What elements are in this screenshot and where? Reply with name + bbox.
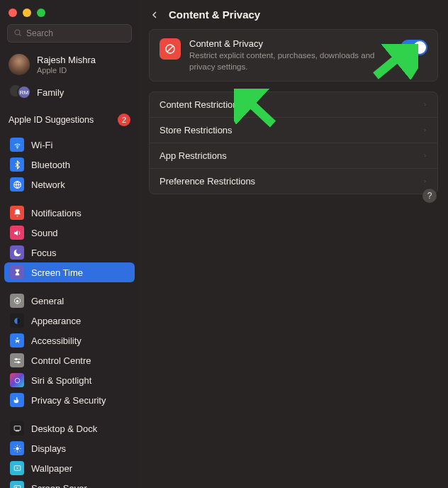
- row-content-restrictions[interactable]: Content Restrictions: [150, 92, 437, 118]
- chevron-right-icon: [422, 101, 427, 109]
- svg-rect-26: [15, 487, 16, 488]
- sidebar-item-label: Sound: [31, 228, 58, 238]
- back-button[interactable]: [149, 9, 160, 21]
- speaker-icon: [10, 226, 24, 240]
- gear-icon: [10, 294, 24, 308]
- panel-description: Restrict explicit content, purchases, do…: [189, 50, 392, 72]
- sidebar-item-displays[interactable]: Displays: [4, 438, 135, 458]
- row-label: App Restrictions: [159, 150, 227, 161]
- sidebar-item-screensaver[interactable]: Screen Saver: [4, 478, 135, 488]
- sliders-icon: [10, 353, 24, 367]
- svg-line-22: [19, 445, 20, 446]
- sidebar-item-label: Bluetooth: [31, 160, 70, 170]
- sidebar-item-bluetooth[interactable]: Bluetooth: [4, 155, 135, 174]
- svg-point-6: [16, 337, 18, 338]
- svg-line-21: [14, 450, 15, 451]
- sidebar-item-label: Notifications: [31, 208, 82, 218]
- account-name: Rajesh Mishra: [37, 55, 96, 66]
- hand-icon: [10, 393, 24, 407]
- search-input[interactable]: [26, 28, 125, 38]
- sidebar-item-label: Wi-Fi: [31, 140, 52, 150]
- suggestions-badge: 2: [118, 113, 130, 126]
- sidebar-item-desktop[interactable]: Desktop & Dock: [4, 418, 135, 438]
- sidebar-item-siri[interactable]: Siri & Spotlight: [4, 370, 135, 390]
- svg-point-4: [16, 299, 18, 301]
- sidebar-item-wallpaper[interactable]: Wallpaper: [4, 458, 135, 478]
- accessibility-icon: [10, 333, 24, 348]
- search-icon: [13, 27, 22, 40]
- chevron-right-icon: [422, 126, 427, 134]
- row-store-restrictions[interactable]: Store Restrictions: [150, 118, 437, 143]
- wifi-icon: [10, 138, 24, 152]
- svg-line-20: [19, 450, 20, 451]
- avatar: [9, 54, 30, 75]
- row-label: Store Restrictions: [159, 125, 233, 135]
- title-bar: Content & Privacy: [149, 9, 438, 29]
- window-controls: [0, 6, 139, 24]
- moon-icon: [10, 245, 24, 260]
- sidebar-item-focus[interactable]: Focus: [4, 243, 135, 262]
- bell-icon: [10, 206, 24, 220]
- panel-title: Content & Privacy: [189, 38, 392, 49]
- family-avatars: RM: [9, 84, 30, 101]
- hourglass-icon: [10, 265, 24, 279]
- sidebar-item-label: Control Centre: [31, 355, 91, 366]
- row-preference-restrictions[interactable]: Preference Restrictions: [150, 169, 437, 194]
- row-app-restrictions[interactable]: App Restrictions: [150, 143, 437, 169]
- family-row[interactable]: RM Family: [0, 79, 139, 108]
- apple-id-row[interactable]: Rajesh Mishra Apple ID: [0, 50, 139, 79]
- main-content: Content & Privacy Content & Privacy Rest…: [139, 0, 448, 488]
- page-title: Content & Privacy: [169, 9, 260, 21]
- suggestions-row[interactable]: Apple ID Suggestions 2: [0, 108, 139, 131]
- globe-icon: [10, 177, 24, 192]
- zoom-window-button[interactable]: [37, 9, 45, 17]
- nav-group-network: Wi-Fi Bluetooth Network: [0, 131, 139, 199]
- sidebar-item-label: Screen Time: [31, 267, 83, 278]
- sidebar-item-screentime[interactable]: Screen Time: [4, 262, 135, 282]
- sidebar-item-controlcentre[interactable]: Control Centre: [4, 350, 135, 370]
- sidebar-item-network[interactable]: Network: [4, 174, 135, 194]
- row-label: Preference Restrictions: [159, 176, 255, 187]
- sidebar-item-general[interactable]: General: [4, 291, 135, 311]
- sidebar-item-label: Siri & Spotlight: [31, 375, 91, 386]
- sidebar-item-label: Focus: [31, 248, 56, 258]
- dock-icon: [10, 421, 24, 436]
- svg-point-24: [16, 467, 18, 468]
- sidebar-item-label: Privacy & Security: [31, 395, 106, 406]
- svg-line-1: [19, 34, 21, 35]
- svg-line-19: [14, 445, 15, 446]
- account-subtitle: Apple ID: [37, 66, 96, 74]
- sidebar-item-sound[interactable]: Sound: [4, 223, 135, 243]
- svg-rect-12: [14, 426, 21, 430]
- sidebar-item-privacy[interactable]: Privacy & Security: [4, 390, 135, 410]
- chevron-right-icon: [422, 152, 427, 160]
- svg-point-14: [16, 447, 18, 450]
- svg-rect-13: [15, 431, 18, 431]
- no-entry-icon: [159, 38, 181, 60]
- content-privacy-toggle[interactable]: [401, 40, 427, 55]
- svg-rect-25: [14, 485, 21, 488]
- sidebar-item-appearance[interactable]: Appearance: [4, 311, 135, 331]
- sidebar-item-label: Appearance: [31, 316, 81, 326]
- family-label: Family: [37, 87, 64, 98]
- svg-point-9: [15, 358, 16, 360]
- nav-group-display: Desktop & Dock Displays Wallpaper Screen…: [0, 414, 139, 488]
- close-window-button[interactable]: [9, 9, 17, 17]
- content-privacy-panel: Content & Privacy Restrict explicit cont…: [149, 29, 438, 82]
- sidebar-item-label: Network: [31, 179, 65, 190]
- svg-point-2: [16, 147, 17, 148]
- sidebar-item-accessibility[interactable]: Accessibility: [4, 331, 135, 350]
- minimize-window-button[interactable]: [23, 9, 31, 17]
- help-button[interactable]: ?: [422, 189, 437, 203]
- sidebar-item-wifi[interactable]: Wi-Fi: [4, 135, 135, 155]
- svg-point-10: [18, 361, 19, 362]
- screensaver-icon: [10, 481, 24, 488]
- appearance-icon: [10, 314, 24, 328]
- bluetooth-icon: [10, 157, 24, 172]
- svg-line-31: [167, 46, 173, 52]
- row-label: Content Restrictions: [159, 99, 242, 110]
- siri-icon: [10, 373, 24, 387]
- search-field[interactable]: [7, 24, 132, 43]
- sidebar-item-notifications[interactable]: Notifications: [4, 203, 135, 223]
- sidebar-item-label: General: [31, 296, 64, 306]
